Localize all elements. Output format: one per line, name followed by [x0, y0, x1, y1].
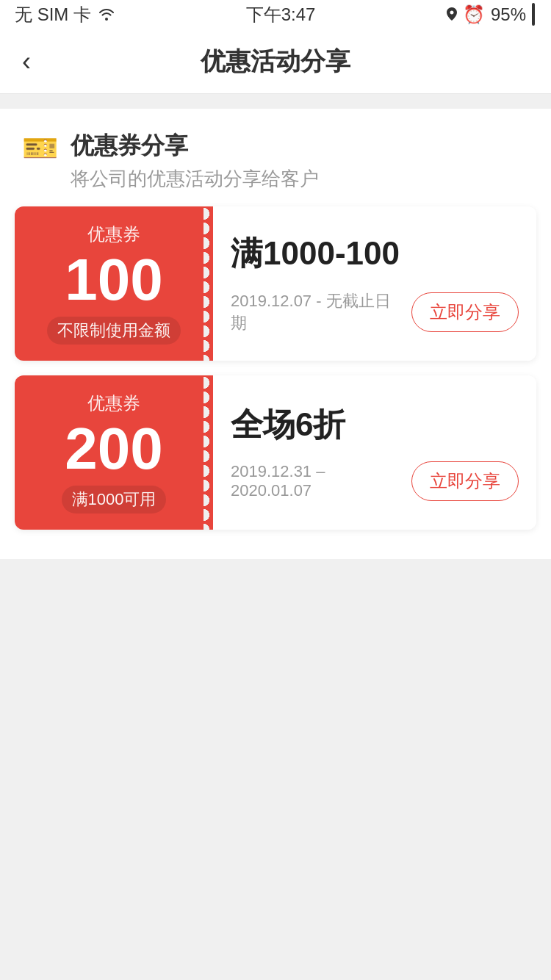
coupon-right-1: 满1000-100 2019.12.07 - 无截止日期 立即分享 — [213, 206, 536, 361]
coupon-left-1: 优惠券 100 不限制使用金额 — [15, 206, 213, 361]
section-text-group: 优惠券分享 将公司的优惠活动分享给客户 — [71, 131, 319, 192]
coupon-label-2: 优惠券 — [87, 392, 140, 415]
coupon-meta-2: 2019.12.31 – 2020.01.07 立即分享 — [231, 461, 519, 501]
no-sim-label: 无 SIM 卡 — [15, 3, 91, 26]
status-time: 下午3:47 — [246, 3, 316, 26]
alarm-icon: ⏰ — [463, 4, 485, 25]
coupon-amount-2: 200 — [65, 419, 162, 478]
back-chevron-icon: ‹ — [22, 46, 31, 77]
coupon-right-2: 全场6折 2019.12.31 – 2020.01.07 立即分享 — [213, 375, 536, 530]
status-right: ⏰ 95% — [447, 4, 536, 25]
section-divider-top — [0, 94, 551, 109]
coupon-date-2: 2019.12.31 – 2020.01.07 — [231, 462, 404, 500]
coupon-meta-1: 2019.12.07 - 无截止日期 立即分享 — [231, 290, 519, 334]
battery-icon — [532, 4, 536, 25]
empty-area — [0, 559, 551, 926]
section-subtitle: 将公司的优惠活动分享给客户 — [71, 166, 319, 192]
coupon-list: 优惠券 100 不限制使用金额 满1000-100 2019.12.07 - 无… — [0, 206, 551, 559]
back-button[interactable]: ‹ — [22, 46, 31, 77]
status-bar: 无 SIM 卡 下午3:47 ⏰ 95% — [0, 0, 551, 29]
wifi-icon — [98, 4, 115, 25]
section-header: 🎫 优惠券分享 将公司的优惠活动分享给客户 — [0, 109, 551, 206]
coupon-name-1: 满1000-100 — [231, 232, 519, 275]
coupon-left-2: 优惠券 200 满1000可用 — [15, 375, 213, 530]
coupon-amount-1: 100 — [65, 251, 162, 309]
location-icon — [447, 4, 457, 25]
page-title: 优惠活动分享 — [201, 45, 350, 79]
battery-percent: 95% — [491, 4, 526, 25]
coupon-card-1: 优惠券 100 不限制使用金额 满1000-100 2019.12.07 - 无… — [15, 206, 536, 361]
coupon-condition-1: 不限制使用金额 — [47, 317, 181, 345]
coupon-card-2: 优惠券 200 满1000可用 全场6折 2019.12.31 – 2020.0… — [15, 375, 536, 530]
section-title: 优惠券分享 — [71, 131, 319, 162]
coupon-label-1: 优惠券 — [87, 223, 140, 246]
nav-bar: ‹ 优惠活动分享 — [0, 29, 551, 94]
coupon-condition-2: 满1000可用 — [62, 486, 167, 514]
coupon-date-1: 2019.12.07 - 无截止日期 — [231, 290, 404, 334]
status-left: 无 SIM 卡 — [15, 3, 115, 26]
coupon-name-2: 全场6折 — [231, 403, 519, 447]
coupon-share-button-2[interactable]: 立即分享 — [411, 461, 519, 501]
coupon-share-button-1[interactable]: 立即分享 — [411, 292, 519, 332]
coupon-share-icon: 🎫 — [22, 131, 59, 167]
